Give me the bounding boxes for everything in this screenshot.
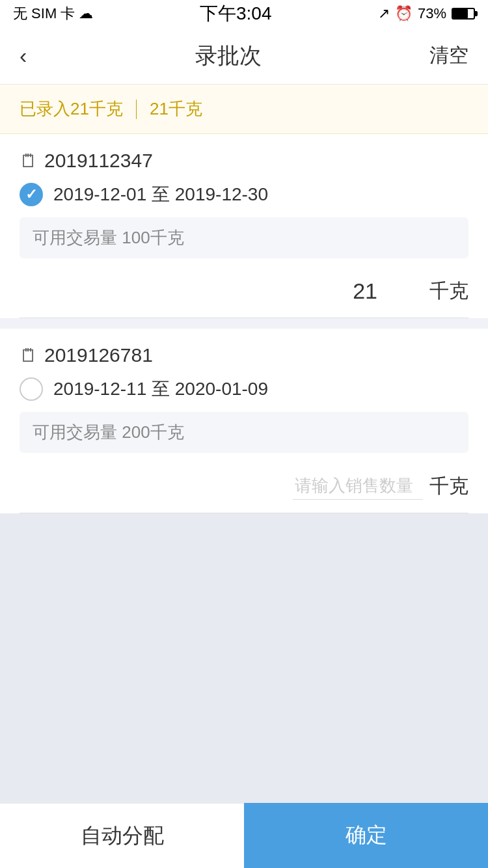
batch-2-quantity-input[interactable]: [293, 472, 423, 500]
auto-distribute-button[interactable]: 自动分配: [0, 803, 244, 868]
info-divider: [136, 100, 137, 119]
battery-icon: [452, 8, 475, 20]
status-left: 无 SIM 卡 ☁: [13, 4, 93, 23]
batch-1-date: 2019-12-01 至 2019-12-30: [53, 182, 268, 207]
batch-1-volume: 可用交易量 100千克: [20, 217, 468, 258]
status-time: 下午3:04: [200, 1, 272, 26]
clock-icon: ⏰: [395, 5, 413, 22]
status-bar: 无 SIM 卡 ☁ 下午3:04 ↗ ⏰ 73%: [0, 0, 488, 27]
confirm-button[interactable]: 确定: [244, 803, 488, 868]
recorded-value: 21千克: [150, 98, 202, 120]
back-button[interactable]: ‹: [20, 43, 27, 68]
batch-1-volume-text: 可用交易量 100千克: [33, 228, 184, 247]
batch-1-date-row: 2019-12-01 至 2019-12-30: [0, 178, 488, 213]
batch-2-unit: 千克: [429, 473, 468, 500]
signal-icon: ↗: [378, 5, 390, 22]
batch-2-radio[interactable]: [20, 377, 43, 401]
batch-1-input-row: 21 千克: [0, 271, 488, 318]
batch-1-icon: 🗒: [20, 150, 38, 172]
clear-button[interactable]: 清空: [429, 42, 468, 69]
batch-1-number: 2019112347: [44, 150, 153, 172]
info-bar: 已录入21千克 21千克: [0, 85, 488, 134]
batch-2-input-row: 千克: [0, 466, 488, 513]
status-right: ↗ ⏰ 73%: [378, 5, 475, 22]
batch-1-unit: 千克: [429, 278, 468, 305]
batch-item-1: 🗒 2019112347 2019-12-01 至 2019-12-30 可用交…: [0, 134, 488, 318]
section-separator-1: [0, 318, 488, 329]
page-content: 已录入21千克 21千克 🗒 2019112347 2019-12-01 至 2…: [0, 85, 488, 813]
batch-1-radio[interactable]: [20, 183, 43, 206]
batch-2-date-row: 2019-12-11 至 2020-01-09: [0, 373, 488, 408]
nav-bar: ‹ 录批次 清空: [0, 27, 488, 85]
batch-2-icon: 🗒: [20, 345, 38, 366]
batch-2-date: 2019-12-11 至 2020-01-09: [53, 377, 268, 401]
empty-area: [0, 513, 488, 813]
batch-1-value: 21: [353, 278, 377, 304]
batch-1-header: 🗒 2019112347: [0, 134, 488, 178]
batch-item-2: 🗒 2019126781 2019-12-11 至 2020-01-09 可用交…: [0, 329, 488, 513]
recorded-label: 已录入21千克: [20, 98, 123, 120]
sim-status: 无 SIM 卡 ☁: [13, 4, 93, 23]
battery-percent: 73%: [418, 5, 446, 22]
batch-2-header: 🗒 2019126781: [0, 329, 488, 373]
batch-2-volume: 可用交易量 200千克: [20, 412, 468, 453]
page-title: 录批次: [195, 41, 262, 71]
bottom-bar: 自动分配 确定: [0, 803, 488, 868]
batch-2-number: 2019126781: [44, 344, 153, 366]
batch-2-volume-text: 可用交易量 200千克: [33, 422, 184, 442]
